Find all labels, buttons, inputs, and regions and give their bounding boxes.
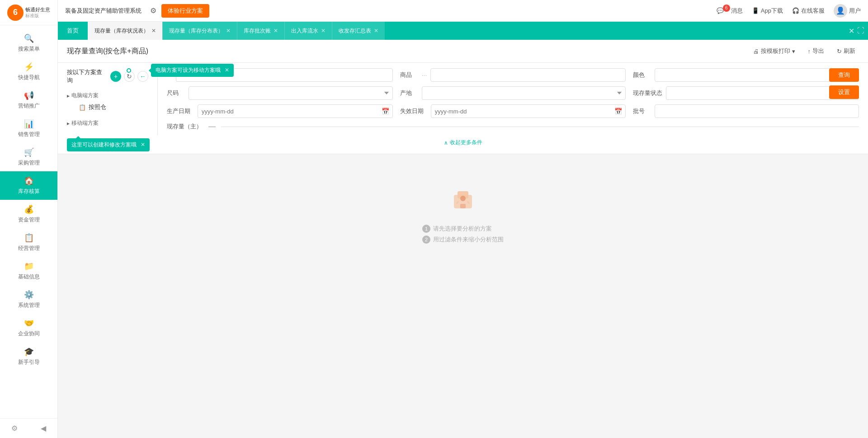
action-buttons: 查询 设置 [829, 68, 859, 99]
collapse-sidebar-btn[interactable]: ◀ [41, 424, 46, 433]
field2-input[interactable] [430, 68, 626, 82]
tab-inventory-dist[interactable]: 现存量（库存分布表） ✕ [162, 22, 237, 40]
field3-label: 颜色 [633, 71, 651, 79]
collab-icon: 🤝 [24, 318, 34, 328]
tooltip-close-2[interactable]: ✕ [141, 141, 145, 148]
scheme-list: ▸ 电脑端方案 📋 按照仓 ▸ 移动端方案 [67, 90, 148, 128]
size-select[interactable] [189, 86, 393, 100]
sidebar: 6 畅通好生意 标准版 🔍 搜索菜单 ⚡ 快捷导航 📢 营销推广 📊 销售管理 … [0, 0, 58, 438]
color-select[interactable] [655, 68, 859, 82]
search-icon: 🔍 [24, 33, 34, 43]
scheme-panel-area: 按以下方案查询 + ↻ ← 电脑方案可设为移动方案哦 ✕ [67, 68, 148, 135]
filter-label: 按以下方案查询 [67, 68, 107, 85]
tab-close-summary[interactable]: ✕ [374, 28, 378, 34]
avatar: 👤 [834, 4, 847, 18]
finance-icon: 💰 [24, 204, 34, 214]
tab-close-all-icon[interactable]: ✕ [849, 27, 854, 35]
connector-dot-1 [127, 68, 131, 73]
expire-date-input[interactable] [431, 104, 626, 118]
tab-close-batch[interactable]: ✕ [274, 28, 278, 34]
empty-step-2: 2 用过滤条件来缩小分析范围 [422, 235, 504, 244]
inventory-icon: 🏠 [24, 176, 34, 186]
tooltip-pc-scheme: 电脑方案可设为移动方案哦 ✕ [151, 64, 234, 77]
marketing-icon: 📢 [24, 90, 34, 100]
sidebar-item-finance[interactable]: 💰 资金管理 [0, 200, 57, 228]
scheme-item-baozhaocang[interactable]: 📋 按照仓 [74, 100, 148, 114]
sidebar-item-collab[interactable]: 🤝 企业协同 [0, 314, 57, 342]
tab-close-inventory-dist[interactable]: ✕ [226, 28, 231, 34]
chevron-down-icon-1: ▸ [67, 93, 70, 99]
sidebar-item-system[interactable]: ⚙️ 系统管理 [0, 285, 57, 314]
refresh-icon: ↻ [837, 48, 842, 55]
messages-btn[interactable]: 💬 6 消息 [717, 7, 743, 15]
refresh-btn[interactable]: ↻ 刷新 [833, 45, 859, 57]
empty-state: 1 请先选择要分析的方案 2 用过滤条件来缩小分析范围 [58, 154, 868, 273]
filter-header: 按以下方案查询 + ↻ ← [67, 68, 148, 85]
empty-illustration [445, 181, 481, 217]
query-btn[interactable]: 查询 [829, 68, 859, 82]
guide-icon: 🎓 [24, 347, 34, 357]
origin-select[interactable] [422, 86, 626, 100]
add-scheme-btn[interactable]: + [110, 71, 121, 82]
sidebar-bottom: ⚙ ◀ [0, 418, 57, 438]
baseinfo-icon: 📁 [24, 261, 34, 271]
tab-expand-icon[interactable]: ⛶ [857, 27, 864, 35]
user-menu[interactable]: 👤 用户 [834, 4, 861, 18]
stock-status-label: 现存量状态 [633, 89, 662, 97]
batch-input[interactable] [655, 104, 859, 118]
stock-qty-label: 现存量（主） [167, 122, 203, 131]
size-label: 尺码 [167, 89, 185, 97]
sidebar-item-purchase[interactable]: 🛒 采购管理 [0, 143, 57, 171]
online-service-btn[interactable]: 🎧 在线客服 [792, 7, 825, 15]
prod-date-input[interactable] [198, 104, 393, 118]
header-settings-btn[interactable]: ⚙ [147, 5, 160, 17]
step-num-2: 2 [422, 235, 430, 244]
tab-close-inout-flow[interactable]: ✕ [321, 28, 326, 34]
sidebar-label-search: 搜索菜单 [18, 45, 40, 53]
settings-bottom-btn[interactable]: ⚙ [11, 424, 18, 433]
tab-home[interactable]: 首页 [58, 22, 88, 40]
collapse-bar[interactable]: ∧ 收起更多条件 [67, 135, 859, 150]
reset-btn[interactable]: 设置 [829, 85, 859, 99]
calendar-icon-1[interactable]: 📅 [382, 108, 389, 115]
tooltip-close-1[interactable]: ✕ [225, 67, 229, 73]
scheme-section-mobile-label: 移动端方案 [71, 119, 99, 127]
sidebar-item-marketing[interactable]: 📢 营销推广 [0, 86, 57, 114]
sidebar-label-finance: 资金管理 [18, 216, 40, 224]
header-left: 装备及固定资产辅助管理系统 ⚙ 体验行业方案 [65, 4, 209, 18]
sidebar-item-operations[interactable]: 📋 经营管理 [0, 228, 57, 257]
filter-row-1: ··· 商品 ··· 颜色 [167, 68, 859, 82]
page-title: 现存量查询(按仓库+商品) [67, 47, 148, 56]
tab-inventory-status[interactable]: 现存量（库存状况表） ✕ [88, 22, 162, 40]
sidebar-label-purchase: 采购管理 [18, 159, 40, 167]
collapse-label: 收起更多条件 [450, 139, 482, 146]
sidebar-item-guide[interactable]: 🎓 新手引导 [0, 342, 57, 371]
scheme-section-mobile: ▸ 移动端方案 [67, 118, 148, 128]
field2-dots[interactable]: ··· [422, 71, 427, 79]
sidebar-item-inventory[interactable]: 🏠 库存核算 [0, 171, 57, 200]
phone-icon: 📱 [752, 7, 759, 14]
export-btn[interactable]: ↑ 导出 [804, 45, 828, 57]
experience-btn[interactable]: 体验行业方案 [161, 4, 209, 18]
tab-close-inventory-status[interactable]: ✕ [151, 28, 156, 34]
sidebar-item-quicknav[interactable]: ⚡ 快捷导航 [0, 57, 57, 86]
empty-step-1: 1 请先选择要分析的方案 [422, 225, 504, 233]
app-download-btn[interactable]: 📱 App下载 [752, 7, 783, 15]
tab-bar: 首页 现存量（库存状况表） ✕ 现存量（库存分布表） ✕ 库存批次账 ✕ 出入库… [58, 22, 868, 40]
logo-icon: 6 [7, 5, 24, 21]
sidebar-label-marketing: 营销推广 [18, 102, 40, 110]
sidebar-item-search[interactable]: 🔍 搜索菜单 [0, 29, 57, 57]
tab-summary[interactable]: 收发存汇总表 ✕ [332, 22, 385, 40]
print-template-btn[interactable]: 🖨 按模板打印 ▾ [750, 45, 799, 57]
sidebar-item-sales[interactable]: 📊 销售管理 [0, 114, 57, 143]
filter-row-3: 生产日期 📅 失效日期 📅 [167, 104, 859, 118]
user-label: 用户 [849, 7, 861, 15]
scheme-items-pc: 📋 按照仓 [67, 100, 148, 114]
tab-inout-flow[interactable]: 出入库流水 ✕ [284, 22, 332, 40]
back-scheme-btn[interactable]: ← [137, 71, 148, 82]
header-right: 💬 6 消息 📱 App下载 🎧 在线客服 👤 用户 [717, 4, 861, 18]
tab-label-summary: 收发存汇总表 [339, 27, 371, 35]
tab-batch[interactable]: 库存批次账 ✕ [237, 22, 284, 40]
calendar-icon-2[interactable]: 📅 [614, 108, 622, 115]
sidebar-item-baseinfo[interactable]: 📁 基础信息 [0, 257, 57, 285]
